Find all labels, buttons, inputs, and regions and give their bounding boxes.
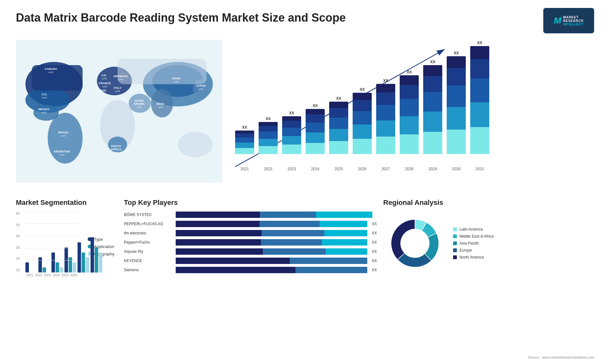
svg-point-5: [48, 113, 83, 164]
year-label: 2027: [376, 167, 395, 171]
svg-text:xx%: xx%: [102, 85, 107, 88]
player-bar-segment: [322, 239, 368, 246]
region-label: Latin America: [459, 227, 483, 232]
seg-bar-type: [64, 247, 68, 273]
region-label: North America: [459, 255, 484, 260]
svg-text:MEXICO: MEXICO: [38, 108, 50, 111]
seg-bar-group: [64, 247, 76, 273]
svg-text:xx%: xx%: [99, 92, 104, 95]
player-row: SiemensXX: [124, 267, 377, 273]
seg-x-labels: 202120222023202420252026: [25, 273, 78, 281]
growth-bar: [329, 102, 348, 154]
region-legend-item-1: Middle East & Africa: [453, 234, 493, 239]
player-bar-container: [176, 248, 367, 255]
bar-segment: [259, 131, 278, 138]
bar-segment: [235, 131, 254, 133]
bar-segment: [306, 123, 325, 132]
bar-segment: [259, 139, 278, 146]
year-label: 2028: [400, 167, 419, 171]
region-dot: [453, 255, 457, 259]
player-name: Siemens: [124, 268, 173, 272]
seg-bars: [25, 212, 78, 273]
player-bar-container: [176, 230, 367, 236]
player-name: BÖWE SYSTEC: [124, 212, 173, 217]
svg-text:xx%: xx%: [113, 151, 118, 154]
svg-text:xx%: xx%: [115, 90, 120, 93]
bar-segment: [329, 118, 348, 129]
region-dot: [453, 248, 457, 252]
growth-bar-value: XX: [407, 70, 412, 74]
seg-x-label: 2021: [25, 273, 34, 281]
seg-bar-app: [82, 253, 85, 273]
player-row: PEPPERL+FUCHS AGXX: [124, 221, 377, 227]
bar-segment: [470, 102, 489, 127]
seg-bar-group: [51, 253, 63, 273]
seg-bar-group: [25, 262, 37, 273]
y-label-30: 30: [16, 246, 25, 249]
map-svg: CANADA xx% U.S. xx% MEXICO xx% BRAZIL xx…: [16, 40, 222, 183]
bar-segment: [306, 114, 325, 123]
bar-segment: [329, 141, 348, 154]
bar-segment: [259, 122, 278, 126]
bar-segment: [306, 132, 325, 143]
y-label-40: 40: [16, 234, 25, 238]
y-label-10: 10: [16, 268, 25, 272]
svg-text:AFRICA: AFRICA: [111, 148, 121, 151]
player-bar-container: [176, 221, 367, 227]
bar-segment: [329, 129, 348, 141]
player-bar-segment: [176, 230, 261, 236]
growth-bar: [447, 56, 466, 154]
player-name: Pepperl+Fuchs: [124, 240, 173, 245]
year-label: 2030: [447, 167, 466, 171]
seg-bar-group: [91, 237, 102, 273]
y-label-50: 50: [16, 223, 25, 227]
players-panel: Top Key Players BÖWE SYSTECPEPPERL+FUCHS…: [124, 199, 377, 281]
bar-segment: [235, 143, 254, 148]
svg-text:xx%: xx%: [48, 71, 53, 74]
bar-segment: [400, 85, 419, 99]
bar-segment: [353, 100, 372, 111]
svg-text:xx%: xx%: [59, 153, 64, 156]
logo-line1: MARKET: [563, 16, 584, 19]
year-label: 2023: [282, 167, 301, 171]
bar-segment: [470, 78, 489, 102]
growth-bar: [282, 116, 301, 154]
player-bar-segment: [176, 221, 260, 227]
bar-segment: [423, 76, 442, 92]
player-bar-container: [176, 239, 367, 246]
svg-rect-14: [118, 59, 207, 84]
bar-segment: [353, 125, 372, 138]
svg-text:SOUTH: SOUTH: [111, 145, 121, 148]
header: Data Matrix Barcode Reading System Marke…: [16, 8, 594, 33]
growth-bar-group: XX: [235, 125, 254, 154]
year-label: 2024: [306, 167, 325, 171]
seg-x-label: 2026: [69, 273, 78, 281]
region-legend-item-2: Asia Pacific: [453, 241, 493, 246]
seg-bar-geo: [60, 267, 63, 273]
svg-text:BRAZIL: BRAZIL: [58, 131, 69, 134]
svg-rect-4: [32, 65, 83, 91]
svg-text:ARGENTINA: ARGENTINA: [53, 150, 71, 153]
svg-text:JAPAN: JAPAN: [196, 84, 206, 87]
bar-segment: [329, 108, 348, 118]
bar-segment: [282, 128, 301, 136]
bar-segment: [282, 116, 301, 121]
seg-x-label: 2022: [34, 273, 43, 281]
svg-text:xx%: xx%: [174, 80, 179, 83]
svg-text:CANADA: CANADA: [45, 67, 57, 71]
bar-segment: [447, 85, 466, 107]
player-bar-segment: [176, 212, 260, 218]
player-row: Pepperl+FuchsXX: [124, 239, 377, 246]
player-value: XX: [372, 240, 377, 245]
seg-bar-geo: [86, 257, 89, 273]
growth-bar-group: XX: [306, 104, 325, 154]
bar-segment: [400, 75, 419, 85]
x-axis-years: 2021202220232024202520262027202820292030…: [229, 167, 594, 171]
growth-bar: [235, 131, 254, 154]
logo-area: M MARKET RESEARCH INTELLECT: [543, 8, 594, 33]
svg-text:xx%: xx%: [118, 78, 123, 81]
bar-segment: [259, 146, 278, 154]
bar-segment: [470, 46, 489, 59]
player-bar-segment: [324, 230, 367, 236]
growth-bar-value: XX: [289, 111, 294, 115]
